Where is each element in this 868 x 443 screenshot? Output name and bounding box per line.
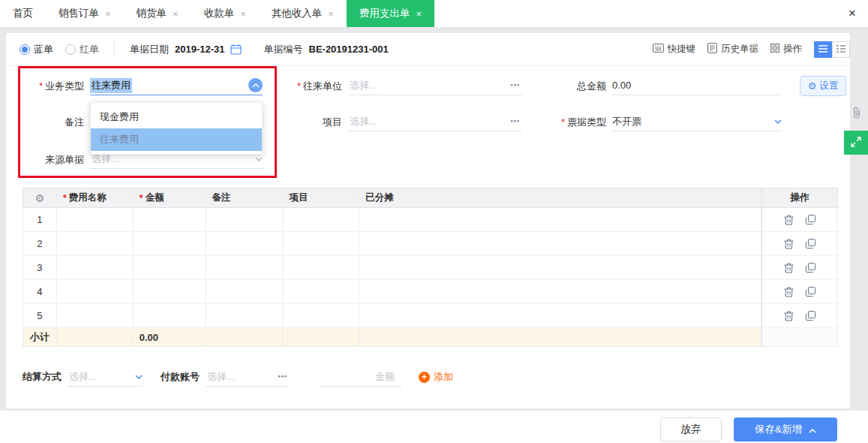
cell-remark[interactable] <box>206 208 284 231</box>
doc-date-value[interactable]: 2019-12-31 <box>175 44 225 55</box>
tab-label: 收款单 <box>204 7 235 20</box>
caret-up-icon <box>809 424 816 435</box>
cell-amount[interactable] <box>134 256 206 279</box>
tab-sales-order[interactable]: 销售订单 × <box>46 0 124 27</box>
cell-allocated[interactable] <box>359 280 761 303</box>
cancel-button[interactable]: 放弃 <box>660 417 722 441</box>
detail-view-icon <box>836 44 845 55</box>
column-settings-cell[interactable]: ⚙ <box>23 188 57 207</box>
calendar-icon[interactable] <box>230 44 242 55</box>
operations-button[interactable]: 操作 <box>770 43 802 56</box>
divider <box>114 41 115 58</box>
cell-allocated[interactable] <box>359 208 761 231</box>
dropdown-option-partner-expense[interactable]: 往来费用 <box>91 128 262 151</box>
cell-allocated[interactable] <box>359 304 761 327</box>
trash-icon[interactable] <box>784 215 794 225</box>
cell-expense-name[interactable] <box>57 256 134 279</box>
tab-home[interactable]: 首页 <box>0 0 46 27</box>
close-icon[interactable]: × <box>240 9 246 19</box>
document-panel: 蓝单 红单 单据日期 2019-12-31 单据编号 BE-20191231-0… <box>6 33 850 408</box>
tab-receipt[interactable]: 收款单 × <box>191 0 259 27</box>
attachment-paperclip-icon[interactable] <box>851 107 863 122</box>
cell-amount[interactable] <box>134 208 206 231</box>
business-type-value[interactable]: 往来费用 <box>90 78 132 93</box>
fullscreen-expand-button[interactable] <box>844 131 868 155</box>
add-payment-button[interactable]: + 添加 <box>419 370 453 384</box>
save-and-new-button[interactable]: 保存&新增 <box>734 417 837 441</box>
cell-amount[interactable] <box>134 232 206 255</box>
cell-remark[interactable] <box>206 232 284 255</box>
list-view-toggle[interactable] <box>814 41 832 58</box>
trash-icon[interactable] <box>784 311 794 321</box>
cell-operations <box>761 232 837 255</box>
cell-expense-name[interactable] <box>57 304 134 327</box>
payment-amount-input[interactable] <box>320 371 402 382</box>
close-icon[interactable]: × <box>328 9 334 19</box>
dropdown-option-cash-expense[interactable]: 现金费用 <box>91 106 262 128</box>
chevron-down-icon[interactable] <box>774 119 782 124</box>
history-docs-button[interactable]: 历史单据 <box>707 43 758 56</box>
close-window-icon[interactable]: × <box>836 0 868 27</box>
cell-project[interactable] <box>283 232 359 255</box>
cell-allocated[interactable] <box>359 232 761 255</box>
list-view-icon <box>818 44 827 55</box>
shortcut-keys-button[interactable]: 快捷键 <box>653 43 696 56</box>
radio-icon <box>65 44 76 55</box>
row-number: 3 <box>23 256 57 279</box>
collapse-dropdown-icon[interactable] <box>248 78 263 92</box>
cell-allocated[interactable] <box>359 256 761 279</box>
trash-icon[interactable] <box>784 287 794 297</box>
cell-project[interactable] <box>283 304 359 327</box>
cell-expense-name[interactable] <box>57 232 134 255</box>
trash-icon[interactable] <box>784 239 794 249</box>
ellipsis-picker-icon[interactable]: ⋯ <box>509 116 522 127</box>
cell-remark[interactable] <box>206 256 284 279</box>
copy-icon[interactable] <box>806 311 815 321</box>
settings-button[interactable]: ⚙ 设置 <box>800 76 846 96</box>
invoice-type-field[interactable]: 不开票 <box>612 112 782 131</box>
settlement-method-input[interactable] <box>68 371 135 382</box>
tab-expense-payment[interactable]: 费用支出单 × <box>347 0 434 27</box>
payment-account-field[interactable]: ⋯ <box>206 367 290 387</box>
payment-account-label: 付款账号 <box>161 370 200 384</box>
toolbar-right: 快捷键 历史单据 操作 <box>653 41 851 58</box>
cell-project[interactable] <box>283 280 359 303</box>
required-mark: * <box>561 116 565 128</box>
trash-icon[interactable] <box>784 263 794 273</box>
red-doc-radio[interactable]: 红单 <box>65 43 99 56</box>
tab-other-income[interactable]: 其他收入单 × <box>259 0 347 27</box>
cell-remark[interactable] <box>206 304 284 327</box>
detail-view-toggle[interactable] <box>832 41 850 58</box>
row-number: 5 <box>23 304 57 327</box>
chevron-down-icon[interactable] <box>135 375 143 379</box>
payment-account-input[interactable] <box>206 371 276 382</box>
close-icon[interactable]: × <box>173 9 179 19</box>
gear-icon[interactable]: ⚙ <box>35 192 45 204</box>
cell-project[interactable] <box>283 256 359 279</box>
copy-icon[interactable] <box>806 239 815 249</box>
business-type-field[interactable]: 往来费用 <box>90 76 263 95</box>
close-icon[interactable]: × <box>416 9 422 19</box>
partner-input[interactable] <box>348 80 509 91</box>
cell-amount[interactable] <box>134 304 206 327</box>
cell-expense-name[interactable] <box>57 280 134 303</box>
source-doc-input[interactable] <box>90 153 255 164</box>
copy-icon[interactable] <box>806 215 815 225</box>
add-label: 添加 <box>434 370 453 384</box>
settlement-method-field[interactable] <box>68 367 143 387</box>
cell-amount[interactable] <box>134 280 206 303</box>
project-input[interactable] <box>348 116 509 127</box>
row-number: 1 <box>23 208 57 231</box>
close-icon[interactable]: × <box>105 9 111 19</box>
cell-expense-name[interactable] <box>57 208 134 231</box>
cell-project[interactable] <box>283 208 359 231</box>
copy-icon[interactable] <box>806 263 815 273</box>
tab-sales-invoice[interactable]: 销货单 × <box>124 0 191 27</box>
copy-icon[interactable] <box>806 287 815 297</box>
chevron-down-icon[interactable] <box>255 157 263 161</box>
cell-remark[interactable] <box>206 280 284 303</box>
ellipsis-picker-icon[interactable]: ⋯ <box>509 80 522 91</box>
payment-amount-field[interactable] <box>320 367 402 387</box>
ellipsis-picker-icon[interactable]: ⋯ <box>276 371 290 382</box>
blue-doc-radio[interactable]: 蓝单 <box>20 43 53 56</box>
